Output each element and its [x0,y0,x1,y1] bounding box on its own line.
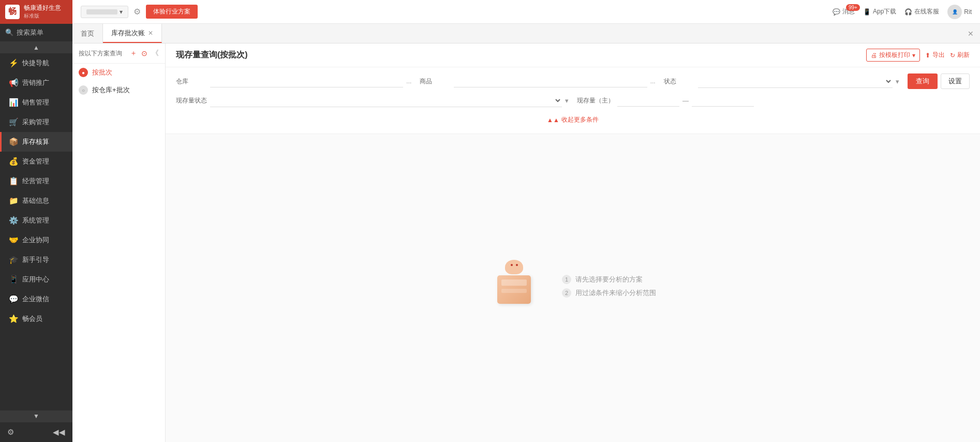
inventory-status-filter-group: 现存量状态 ▾ [176,94,569,107]
right-content: 现存量查询(按批次) 🖨 按模板打印 ▾ ⬆ 导出 ↻ 刷新 [166,43,980,442]
tab-inventory-batch[interactable]: 库存批次账 ✕ [103,24,162,43]
inventory-qty-min-input[interactable] [617,95,679,107]
experience-button[interactable]: 体验行业方案 [146,5,198,19]
warehouse-more-icon[interactable]: ... [406,78,411,85]
filter-row-1: 仓库 ... 商品 ... 状态 ▾ [176,73,970,89]
tab-home-label: 首页 [81,29,94,38]
newbie-label: 新手引导 [22,255,49,264]
sidebar-scroll-down-button[interactable]: ▼ [0,410,72,422]
finance-icon: 💰 [9,157,18,166]
warehouse-filter-input[interactable] [210,76,403,87]
sidebar-item-quick-nav[interactable]: ⚡ 快捷导航 [0,53,72,73]
tab-home[interactable]: 首页 [72,24,103,43]
settings-button[interactable]: 设置 [941,73,970,89]
warehouse-filter-group: 仓库 ... [176,76,411,87]
sidebar-item-enterprise[interactable]: 🤝 企业协同 [0,230,72,250]
settings-footer-icon[interactable]: ⚙ [7,428,14,437]
user-profile[interactable]: 👤 Rit [947,5,972,19]
sidebar-scroll-up-button[interactable]: ▲ [0,42,72,53]
sidebar-item-inventory[interactable]: 📦 库存核算 [0,132,72,152]
print-button[interactable]: 🖨 按模板打印 ▾ [866,49,920,62]
sidebar-item-marketing[interactable]: 📢 营销推广 [0,73,72,93]
export-button[interactable]: ⬆ 导出 [925,51,945,60]
collapse-more-button[interactable]: ▲▲ 收起更多条件 [176,112,970,127]
sidebar-item-operation[interactable]: 📋 经营管理 [0,171,72,191]
sidebar-item-member[interactable]: ⭐ 畅会员 [0,309,72,329]
content-area: 按以下方案查询 ＋ ⊙ 《 ● 按批次 ○ 按仓库+批次 现存量查询(按批次) [72,43,980,442]
purchase-icon: 🛒 [9,117,18,127]
plan-inactive-icon: ○ [79,85,88,95]
gear-icon[interactable]: ⚙ [133,7,141,17]
mobile-icon: 📱 [863,8,871,16]
inventory-status-select[interactable] [210,94,562,107]
collapse-more-label: 收起更多条件 [561,115,599,124]
avatar-text: 👤 [952,9,958,14]
collapse-panel-icon[interactable]: 《 [152,49,159,58]
print-label: 按模板打印 [879,51,910,60]
tabbar: 首页 库存批次账 ✕ ✕ [72,24,980,43]
page-title: 现存量查询(按批次) [176,50,248,61]
goods-more-icon[interactable]: ... [650,78,656,85]
export-label: 导出 [932,51,945,60]
avatar: 👤 [947,5,962,19]
sidebar-item-sales[interactable]: 📊 销售管理 [0,93,72,112]
empty-hints: 1 请先选择要分析的方案 2 用过滤条件来缩小分析范围 [562,275,656,302]
sidebar-item-wechat[interactable]: 💬 企业微信 [0,289,72,309]
inventory-qty-max-input[interactable] [692,95,754,107]
warehouse-filter-label: 仓库 [176,77,207,86]
message-icon: 💬 [833,8,840,16]
app-title: 畅康通好生意 [24,4,61,12]
add-plan-icon[interactable]: ＋ [130,49,137,58]
sidebar-item-basic[interactable]: 📁 基础信息 [0,191,72,211]
inv-status-dropdown-icon: ▾ [565,97,569,105]
hint-text-1: 请先选择要分析的方案 [575,275,643,284]
range-separator: — [682,97,689,105]
inventory-status-label: 现存量状态 [176,96,207,105]
tab-close-icon[interactable]: ✕ [148,30,153,37]
sidebar-item-system[interactable]: ⚙️ 系统管理 [0,211,72,230]
plan-item-by-batch[interactable]: ● 按批次 [72,64,165,81]
module-selector[interactable]: ▾ [81,6,128,18]
refresh-button[interactable]: ↻ 刷新 [950,51,970,60]
search-icon: 🔍 [5,28,13,36]
empty-illustration [489,257,541,309]
messages-button[interactable]: 💬 消息 99+ [833,7,855,16]
header-actions: 🖨 按模板打印 ▾ ⬆ 导出 ↻ 刷新 [866,49,970,62]
filter-area: 仓库 ... 商品 ... 状态 ▾ [166,67,980,134]
tab-inventory-batch-label: 库存批次账 [111,28,145,38]
plan-item-by-warehouse-batch[interactable]: ○ 按仓库+批次 [72,81,165,99]
finance-label: 资金管理 [22,157,49,166]
chevron-down-icon: ▾ [120,8,123,16]
plan-by-warehouse-batch-label: 按仓库+批次 [92,85,130,95]
sidebar-item-app-center[interactable]: 📱 应用中心 [0,270,72,289]
settings-plan-icon[interactable]: ⊙ [141,49,147,57]
left-panel-header: 按以下方案查询 ＋ ⊙ 《 [72,43,165,64]
app-center-icon: 📱 [9,275,18,284]
basic-label: 基础信息 [22,196,49,205]
status-filter-select[interactable] [698,75,893,88]
sidebar-item-purchase[interactable]: 🛒 采购管理 [0,112,72,132]
sidebar-item-newbie[interactable]: 🎓 新手引导 [0,250,72,270]
collapse-sidebar-icon[interactable]: ◀◀ [53,428,65,437]
status-filter-label: 状态 [664,77,695,86]
filter-row-2: 现存量状态 ▾ 现存量（主） — [176,94,970,107]
query-button[interactable]: 查询 [908,73,938,89]
enterprise-icon: 🤝 [9,235,18,245]
marketing-label: 营销推广 [22,78,49,87]
tab-area-close-icon[interactable]: ✕ [968,30,974,38]
newbie-icon: 🎓 [9,255,18,264]
basic-icon: 📁 [9,196,18,205]
empty-state: 1 请先选择要分析的方案 2 用过滤条件来缩小分析范围 [166,134,980,442]
quick-nav-label: 快捷导航 [22,58,49,68]
system-icon: ⚙️ [9,216,18,225]
search-menu-item[interactable]: 🔍 搜索菜单 [0,24,72,42]
online-service-label: 在线客服 [914,7,939,16]
sidebar-item-finance[interactable]: 💰 资金管理 [0,152,72,171]
empty-hint-2: 2 用过滤条件来缩小分析范围 [562,288,656,298]
sidebar: 畅 畅康通好生意 标准版 🔍 搜索菜单 ▲ ⚡ 快捷导航 📢 营销推广 📊 销售… [0,0,72,442]
online-service-button[interactable]: 🎧 在线客服 [904,7,939,16]
service-icon: 🎧 [904,8,912,16]
filter-scheme-label: 按以下方案查询 [79,49,122,58]
app-download-button[interactable]: 📱 App下载 [863,7,896,16]
goods-filter-input[interactable] [454,76,647,87]
